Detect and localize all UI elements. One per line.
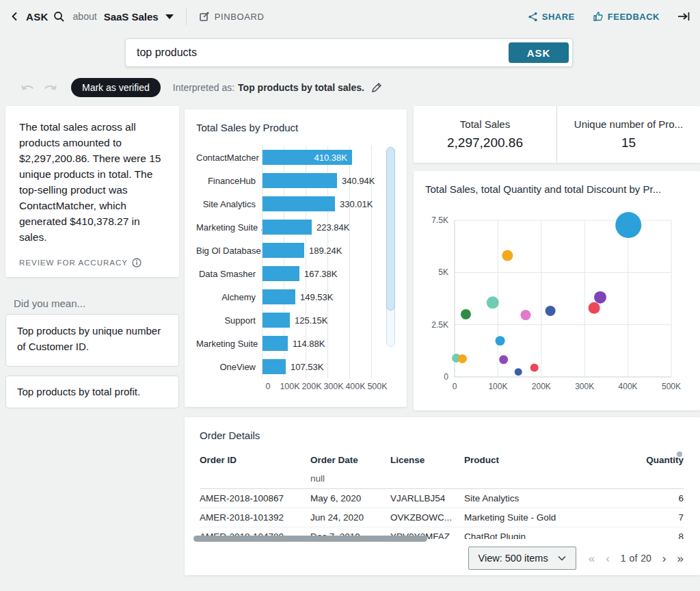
feedback-label: FEEDBACK <box>608 12 660 22</box>
bar-row: Site Analytics330.01K <box>196 192 386 215</box>
scatter-point[interactable] <box>502 250 513 261</box>
ask-button[interactable]: ASK <box>509 42 569 63</box>
share-label: SHARE <box>542 12 575 22</box>
table-cell: Jun 24, 2020 <box>310 508 390 527</box>
bar-category-label: OneView <box>196 362 262 372</box>
column-header[interactable]: Product <box>464 450 615 469</box>
column-header[interactable]: License <box>390 450 464 469</box>
suggestion-text: Top products by total profit. <box>17 384 140 400</box>
question-bar: ASK <box>125 38 573 67</box>
view-items-dropdown[interactable]: View: 500 items <box>468 547 576 570</box>
redo-icon[interactable] <box>42 82 57 93</box>
first-page-button[interactable]: « <box>589 553 595 564</box>
x-tick-label: 300K <box>323 382 343 391</box>
undo-icon[interactable] <box>21 82 36 93</box>
bar-category-label: Data Smasher <box>196 269 262 279</box>
bar-rows: ContactMatcher410.38KFinanceHub340.94KSi… <box>196 146 386 378</box>
table-cell: AMER-2018-100867 <box>200 488 310 508</box>
edit-interpretation-button[interactable] <box>371 82 382 93</box>
collapse-panel-button[interactable] <box>677 11 690 22</box>
bar[interactable] <box>262 243 304 258</box>
interpretation-text: Top products by total sales. <box>238 82 364 93</box>
bar[interactable] <box>262 196 335 211</box>
table-cell <box>615 469 684 488</box>
table-footer: View: 500 items « ‹ 1 of 20 › » <box>185 546 684 570</box>
scatter-point[interactable] <box>499 355 508 364</box>
table-horizontal-scrollbar[interactable] <box>193 536 427 542</box>
previous-page-button[interactable]: ‹ <box>606 553 610 564</box>
table-row[interactable]: null <box>200 469 684 488</box>
bar-row: Big Ol Database189.24K <box>196 239 386 262</box>
scatter-point[interactable] <box>546 306 556 316</box>
narrative-card: The total sales across all products amou… <box>5 106 179 277</box>
table-row[interactable]: AMER-2018-100867May 6, 2020VJARLLBJ54Sit… <box>200 488 684 508</box>
scatter-point[interactable] <box>487 296 499 308</box>
table-row[interactable]: AMER-2018-101392Jun 24, 2020OVKZBOWC...M… <box>200 508 684 527</box>
scatter-point[interactable] <box>589 302 600 314</box>
kpi-total-sales: Total Sales 2,297,200.86 <box>414 106 556 163</box>
column-header[interactable]: Quantity <box>615 450 684 469</box>
bar-value-label: 125.15K <box>295 315 327 326</box>
table-cell: null <box>310 469 390 488</box>
bar[interactable] <box>262 336 288 351</box>
column-header[interactable]: Order Date <box>310 450 390 469</box>
bar[interactable] <box>262 313 290 328</box>
chevron-left-icon <box>10 11 21 22</box>
mark-as-verified-button[interactable]: Mark as verified <box>71 78 161 97</box>
share-button[interactable]: SHARE <box>528 12 575 22</box>
scatter-chart-card: Total Sales, total Quantity and total Di… <box>414 171 700 410</box>
bar[interactable] <box>262 266 299 281</box>
arrow-to-bar-icon <box>677 11 690 22</box>
table-cell: Marketing Suite - Gold <box>464 508 615 527</box>
suggestion-card[interactable]: Top products by unique number of Custome… <box>5 314 179 367</box>
chart-scrollbar-thumb[interactable] <box>386 147 395 311</box>
scatter-plot: 02.5K5K7.5K0100K200K300K400K500K <box>414 198 700 404</box>
chart-scrollbar[interactable] <box>386 147 395 347</box>
table-cell: May 6, 2020 <box>310 488 390 508</box>
scatter-point[interactable] <box>520 310 530 320</box>
kpi-label: Unique number of Pro... <box>574 118 683 130</box>
scatter-point[interactable] <box>515 368 522 376</box>
kpi-unique-products: Unique number of Pro... 15 <box>556 106 700 163</box>
total-pages: 20 <box>641 553 651 564</box>
suggestion-card[interactable]: Top products by total profit. <box>5 376 179 408</box>
kpi-value: 2,297,200.86 <box>447 135 523 150</box>
order-details-card: Order Details Order IDOrder DateLicenseP… <box>185 417 700 575</box>
next-page-button[interactable]: › <box>662 553 667 564</box>
bar[interactable] <box>262 359 286 374</box>
bar-chart-title: Total Sales by Product <box>196 122 395 133</box>
x-tick-label: 0 <box>266 382 271 391</box>
bar-row: Support125.15K <box>196 308 386 332</box>
search-icon <box>53 11 65 23</box>
chevron-down-icon[interactable] <box>165 14 174 19</box>
bar-x-axis: 0100K200K300K400K500K <box>196 382 386 393</box>
last-page-button[interactable]: » <box>677 553 684 564</box>
bar-chart-card: Total Sales by Product ContactMatcher410… <box>185 109 407 407</box>
pinboard-button[interactable]: PINBOARD <box>199 11 265 22</box>
column-header[interactable]: Order ID <box>200 450 310 469</box>
bar-category-label: Marketing Suite <box>196 339 262 349</box>
feedback-button[interactable]: FEEDBACK <box>593 11 660 22</box>
table-cell <box>200 469 310 488</box>
x-tick-label: 200K <box>301 382 321 391</box>
scatter-point[interactable] <box>615 212 641 238</box>
scatter-point[interactable] <box>458 354 467 363</box>
back-button[interactable] <box>10 11 21 22</box>
table-cell <box>464 469 615 488</box>
bar[interactable] <box>262 220 312 235</box>
scatter-point[interactable] <box>461 309 471 319</box>
scatter-point[interactable] <box>496 336 505 345</box>
question-input[interactable] <box>126 39 495 66</box>
kpi-card: Total Sales 2,297,200.86 Unique number o… <box>414 106 700 163</box>
svg-text:400K: 400K <box>619 382 638 391</box>
bar[interactable] <box>262 289 295 304</box>
bar[interactable] <box>262 173 337 188</box>
info-icon[interactable] <box>132 258 142 267</box>
bar-value-label: 223.84K <box>317 222 349 233</box>
scatter-point[interactable] <box>530 364 539 372</box>
table-cell: 6 <box>615 488 684 508</box>
scatter-point[interactable] <box>594 291 606 304</box>
bar-category-label: Big Ol Database <box>196 246 262 256</box>
review-label: REVIEW FOR ACCURACY <box>19 259 128 267</box>
dataset-selector[interactable]: SaaS Sales <box>104 11 159 23</box>
